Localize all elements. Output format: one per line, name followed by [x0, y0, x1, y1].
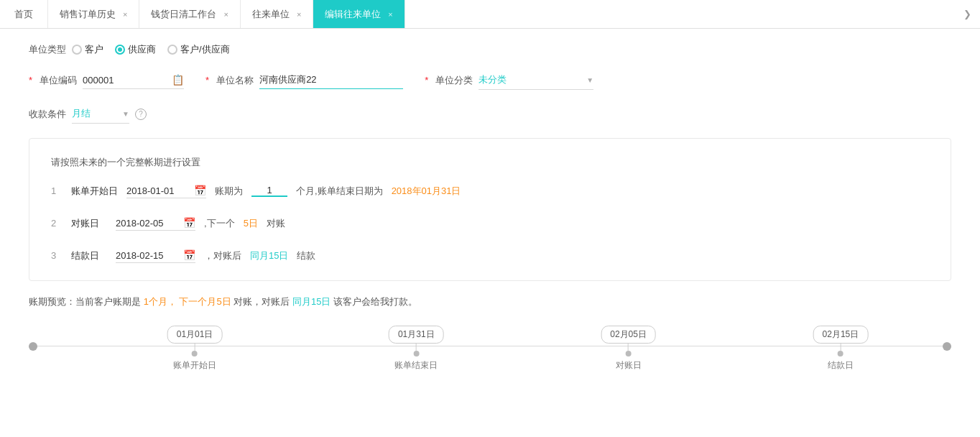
tab-sales-history-close[interactable]: ×: [123, 10, 127, 19]
period-date-2: 📅: [116, 216, 195, 231]
unit-code-input-wrapper: 📋: [83, 72, 184, 89]
unit-name-label: 单位名称: [216, 74, 254, 87]
preview-part4: 同月15日: [292, 296, 330, 307]
period-suffix-2a: ,下一个: [204, 217, 235, 230]
unit-type-label: 单位类型: [29, 43, 66, 56]
tab-edit-partner[interactable]: 编辑往来单位 ×: [313, 0, 405, 28]
period-day-highlight: 5日: [244, 217, 258, 230]
unit-code-copy-icon[interactable]: 📋: [172, 74, 184, 86]
radio-supplier[interactable]: 供应商: [115, 43, 156, 56]
radio-group: 客户 供应商 客户/供应商: [72, 43, 230, 56]
preview-label: 账期预览：当前客户账期是: [29, 296, 141, 307]
timeline-connector-4: [840, 344, 841, 351]
payment-terms-group: 收款条件 月结 ▼ ?: [29, 104, 147, 124]
main-content: 单位类型 客户 供应商 客户/供应商 * 单位编码: [0, 29, 980, 437]
period-label-3: 结款日: [71, 249, 107, 262]
period-suffix-1a: 账期为: [215, 185, 243, 198]
timeline-label-3: 对账日: [616, 359, 642, 372]
tab-home[interactable]: 首页: [0, 0, 48, 28]
period-months-input[interactable]: [251, 185, 287, 197]
payment-terms-value: 月结: [72, 107, 119, 120]
calendar-icon-1[interactable]: 📅: [194, 185, 206, 196]
timeline: 01月01日 账单开始日 01月31日 账单结束日 02月05日 对账日 02月…: [29, 326, 951, 383]
radio-both[interactable]: 客户/供应商: [167, 43, 230, 56]
unit-category-label: 单位分类: [435, 74, 473, 87]
unit-category-required: *: [425, 75, 428, 86]
tab-cash-work[interactable]: 钱货日清工作台 ×: [139, 0, 240, 28]
tab-bar: 首页 销售订单历史 × 钱货日清工作台 × 往来单位 × 编辑往来单位 × ❯: [0, 0, 980, 29]
preview-text: 账期预览：当前客户账期是 1个月， 下一个月5日 对账，对账后 同月15日 该客…: [29, 295, 951, 308]
tab-sales-history[interactable]: 销售订单历史 ×: [48, 0, 139, 28]
radio-both-circle: [167, 45, 177, 55]
radio-both-label: 客户/供应商: [180, 43, 230, 56]
period-label-2: 对账日: [71, 217, 107, 230]
timeline-left-dot: [29, 342, 37, 351]
period-suffix-3a: ，对账后: [204, 249, 241, 262]
period-date-input-2[interactable]: [116, 218, 180, 229]
timeline-right-dot: [943, 342, 951, 351]
unit-name-input[interactable]: [259, 72, 403, 89]
period-settings-box: 请按照未来的一个完整帐期进行设置 1 账单开始日 📅 账期为 个月,账单结束日期…: [29, 138, 951, 281]
timeline-dot-1: [192, 351, 198, 356]
radio-supplier-circle: [115, 45, 125, 55]
radio-customer[interactable]: 客户: [72, 43, 103, 56]
period-suffix-3b: 结款: [297, 249, 315, 262]
timeline-badge-4: 02月15日: [813, 326, 869, 344]
payment-terms-help-icon[interactable]: ?: [135, 109, 147, 120]
unit-name-required: *: [205, 75, 209, 86]
timeline-dot-4: [838, 351, 843, 356]
period-payment-highlight: 同月15日: [250, 249, 288, 262]
unit-category-arrow-icon: ▼: [586, 76, 593, 84]
radio-supplier-label: 供应商: [128, 43, 156, 56]
calendar-icon-2[interactable]: 📅: [183, 217, 195, 229]
timeline-connector-2: [416, 344, 417, 351]
period-date-3: 📅: [116, 248, 195, 263]
tab-partner[interactable]: 往来单位 ×: [241, 0, 313, 28]
unit-code-input[interactable]: [83, 72, 169, 88]
timeline-connector-3: [628, 344, 629, 351]
tab-more-arrow[interactable]: ❯: [955, 0, 980, 28]
payment-terms-arrow-icon: ▼: [122, 110, 129, 118]
unit-category-select[interactable]: 未分类 ▼: [479, 70, 593, 90]
timeline-connector-1: [195, 344, 195, 351]
period-settings-title: 请按照未来的一个完整帐期进行设置: [51, 156, 929, 169]
timeline-point-1: 01月01日 账单开始日: [167, 326, 223, 372]
period-row-2: 2 对账日 📅 ,下一个 5日 对账: [51, 216, 929, 231]
period-date-input-3[interactable]: [116, 250, 180, 261]
timeline-badge-1: 01月01日: [167, 326, 223, 344]
period-row-3: 3 结款日 📅 ，对账后 同月15日 结款: [51, 248, 929, 263]
payment-terms-select[interactable]: 月结 ▼: [72, 104, 129, 124]
period-date-input-1[interactable]: [126, 185, 191, 196]
calendar-icon-3[interactable]: 📅: [183, 249, 195, 261]
period-num-1: 1: [51, 185, 63, 196]
radio-customer-circle: [72, 45, 82, 55]
timeline-badge-3: 02月05日: [601, 326, 656, 344]
tab-edit-partner-close[interactable]: ×: [388, 10, 392, 19]
preview-part3: 对账，对账后: [234, 296, 290, 307]
period-suffix-1b: 个月,账单结束日期为: [296, 185, 383, 198]
preview-part1: 1个月，: [144, 296, 177, 307]
timeline-label-1: 账单开始日: [173, 359, 216, 372]
payment-terms-row: 收款条件 月结 ▼ ?: [29, 104, 951, 124]
period-num-2: 2: [51, 218, 63, 229]
timeline-badge-2: 01月31日: [389, 326, 444, 344]
timeline-label-2: 账单结束日: [394, 359, 438, 372]
unit-category-group: * 单位分类 未分类 ▼: [425, 70, 593, 90]
period-end-date: 2018年01月31日: [392, 185, 461, 198]
unit-code-group: * 单位编码 📋: [29, 72, 184, 89]
preview-part5: 该客户会给我打款。: [333, 296, 417, 307]
unit-type-row: 单位类型 客户 供应商 客户/供应商: [29, 43, 951, 56]
timeline-dot-2: [413, 351, 419, 356]
unit-code-label: 单位编码: [40, 74, 77, 87]
period-num-3: 3: [51, 250, 63, 261]
tab-cash-work-close[interactable]: ×: [223, 10, 228, 19]
preview-part2: 下一个月5日: [179, 296, 231, 307]
period-suffix-2b: 对账: [267, 217, 285, 230]
unit-category-value: 未分类: [479, 73, 583, 86]
period-date-1: 📅: [126, 183, 206, 198]
tab-partner-close[interactable]: ×: [297, 10, 301, 19]
unit-info-row: * 单位编码 📋 * 单位名称 * 单位分类 未分类 ▼: [29, 70, 951, 90]
period-row-1: 1 账单开始日 📅 账期为 个月,账单结束日期为 2018年01月31日: [51, 183, 929, 198]
unit-type-group: 单位类型 客户 供应商 客户/供应商: [29, 43, 230, 56]
unit-code-required: *: [29, 75, 32, 86]
